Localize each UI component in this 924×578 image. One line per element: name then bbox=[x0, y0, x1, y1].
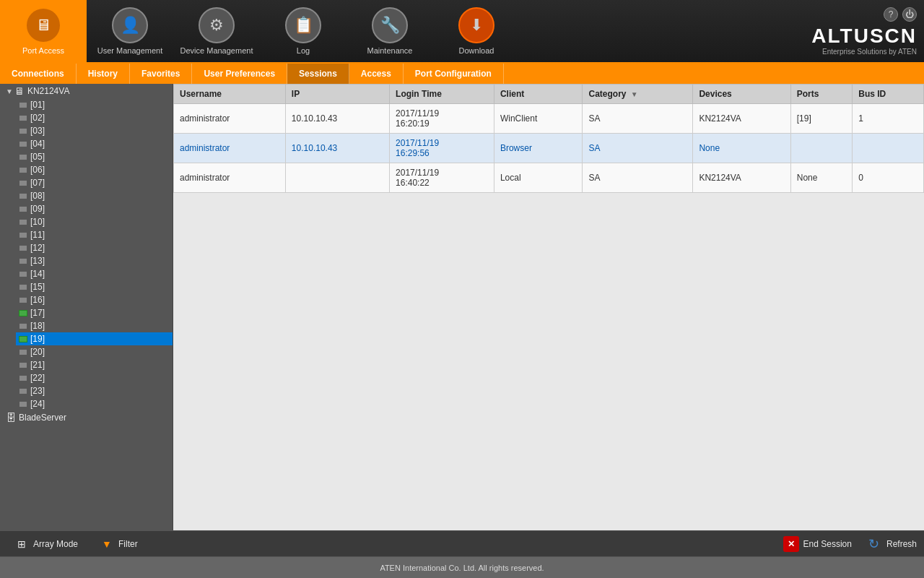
link-devices[interactable]: None bbox=[699, 143, 720, 153]
filter-label: Filter bbox=[118, 539, 138, 549]
sidebar-port-02[interactable]: [02] bbox=[16, 111, 173, 124]
cell-ip[interactable]: 10.10.10.43 bbox=[285, 134, 389, 163]
table-row[interactable]: administrator2017/11/19 16:40:22LocalSAK… bbox=[174, 163, 924, 193]
sidebar-port-20[interactable]: [20] bbox=[16, 345, 173, 358]
tab-sessions[interactable]: Sessions bbox=[287, 64, 349, 84]
sidebar-port-14[interactable]: [14] bbox=[16, 267, 173, 280]
logo-icon-buttons: ? ⏻ bbox=[884, 7, 917, 22]
port-icon-22 bbox=[19, 375, 27, 381]
sidebar-port-15[interactable]: [15] bbox=[16, 280, 173, 293]
cell-category[interactable]: SA bbox=[583, 134, 693, 163]
link-category[interactable]: SA bbox=[588, 143, 600, 153]
toolbar-device-management[interactable]: ⚙ Device Management bbox=[173, 0, 260, 63]
sidebar-port-22[interactable]: [22] bbox=[16, 371, 173, 384]
port-icon-10 bbox=[19, 219, 27, 225]
link-username[interactable]: administrator bbox=[180, 143, 230, 153]
table-row[interactable]: administrator10.10.10.432017/11/19 16:20… bbox=[174, 104, 924, 134]
sidebar-port-17[interactable]: [17] bbox=[16, 306, 173, 319]
cell-username: administrator bbox=[174, 104, 286, 134]
tab-connections[interactable]: Connections bbox=[0, 64, 77, 84]
link-client[interactable]: Browser bbox=[500, 143, 532, 153]
sidebar-port-03[interactable]: [03] bbox=[16, 124, 173, 137]
sidebar-port-23[interactable]: [23] bbox=[16, 384, 173, 397]
content-area: Username IP Login Time Client Category ▼ bbox=[173, 84, 924, 530]
sidebar-port-04[interactable]: [04] bbox=[16, 137, 173, 150]
table-row[interactable]: administrator10.10.10.432017/11/19 16:29… bbox=[174, 134, 924, 163]
sidebar-port-12[interactable]: [12] bbox=[16, 241, 173, 254]
tab-port-configuration[interactable]: Port Configuration bbox=[404, 64, 504, 84]
col-username[interactable]: Username bbox=[174, 85, 286, 104]
port-label-08: [08] bbox=[30, 191, 45, 201]
port-icon-21 bbox=[19, 362, 27, 368]
cell-client[interactable]: Browser bbox=[494, 134, 583, 163]
sidebar-port-08[interactable]: [08] bbox=[16, 189, 173, 202]
sidebar-root-node[interactable]: ▼ 🖥 KN2124VA bbox=[3, 84, 173, 98]
refresh-button[interactable]: ↻ Refresh bbox=[866, 536, 917, 552]
log-icon: 📋 bbox=[285, 7, 321, 43]
end-session-button[interactable]: ✕ End Session bbox=[783, 536, 852, 552]
col-devices[interactable]: Devices bbox=[693, 85, 790, 104]
sidebar-port-13[interactable]: [13] bbox=[16, 254, 173, 267]
col-ip[interactable]: IP bbox=[285, 85, 389, 104]
logo-area: ? ⏻ ALTUSCN Enterprise Solutions by ATEN bbox=[811, 7, 917, 56]
sidebar-port-01[interactable]: [01] bbox=[16, 98, 173, 111]
sidebar-port-10[interactable]: [10] bbox=[16, 215, 173, 228]
cell-ports bbox=[790, 134, 853, 163]
toolbar-download-label: Download bbox=[459, 46, 494, 55]
port-label-09: [09] bbox=[30, 204, 45, 214]
toolbar-download[interactable]: ⬇ Download bbox=[433, 0, 520, 63]
toolbar-user-management[interactable]: 👤 User Management bbox=[87, 0, 173, 63]
sidebar-port-05[interactable]: [05] bbox=[16, 150, 173, 163]
port-label-11: [11] bbox=[30, 230, 45, 240]
col-ports[interactable]: Ports bbox=[790, 85, 853, 104]
cell-username: administrator bbox=[174, 163, 286, 193]
cell-devices: KN2124VA bbox=[693, 104, 790, 134]
right-actions: ✕ End Session ↻ Refresh bbox=[783, 536, 917, 552]
sessions-table: Username IP Login Time Client Category ▼ bbox=[173, 84, 924, 193]
port-label-12: [12] bbox=[30, 243, 45, 253]
toolbar-maintenance[interactable]: 🔧 Maintenance bbox=[346, 0, 433, 63]
port-label-13: [13] bbox=[30, 256, 45, 266]
help-icon[interactable]: ? bbox=[884, 7, 898, 22]
link-ip[interactable]: 10.10.10.43 bbox=[292, 143, 337, 153]
col-client[interactable]: Client bbox=[494, 85, 583, 104]
toolbar-log[interactable]: 📋 Log bbox=[260, 0, 346, 63]
cell-devices[interactable]: None bbox=[693, 134, 790, 163]
tab-favorites[interactable]: Favorites bbox=[130, 64, 192, 84]
end-session-label: End Session bbox=[803, 539, 852, 549]
tab-history[interactable]: History bbox=[77, 64, 130, 84]
sidebar-port-18[interactable]: [18] bbox=[16, 319, 173, 332]
sidebar-port-09[interactable]: [09] bbox=[16, 202, 173, 215]
col-login-time[interactable]: Login Time bbox=[390, 85, 494, 104]
sidebar: ▼ 🖥 KN2124VA [01][02][03][04][05][06][07… bbox=[0, 84, 173, 530]
power-icon[interactable]: ⏻ bbox=[902, 7, 917, 22]
sidebar-port-07[interactable]: [07] bbox=[16, 176, 173, 189]
toolbar-port-access[interactable]: 🖥 Port Access bbox=[0, 0, 87, 63]
filter-button[interactable]: ▼ Filter bbox=[92, 534, 145, 554]
sidebar-port-24[interactable]: [24] bbox=[16, 397, 173, 410]
sessions-tbody: administrator10.10.10.432017/11/19 16:20… bbox=[174, 104, 924, 193]
port-label-01: [01] bbox=[30, 100, 45, 110]
array-mode-button[interactable]: ⊞ Array Mode bbox=[7, 534, 85, 554]
sidebar-port-16[interactable]: [16] bbox=[16, 293, 173, 306]
collapse-icon[interactable]: ▼ bbox=[6, 87, 13, 95]
port-icon-23 bbox=[19, 388, 27, 394]
port-label-24: [24] bbox=[30, 399, 45, 409]
col-category[interactable]: Category ▼ bbox=[583, 85, 693, 104]
col-bus-id[interactable]: Bus ID bbox=[853, 85, 924, 104]
tab-access[interactable]: Access bbox=[349, 64, 404, 84]
refresh-icon: ↻ bbox=[866, 536, 882, 552]
sidebar-port-06[interactable]: [06] bbox=[16, 163, 173, 176]
cell-username[interactable]: administrator bbox=[174, 134, 286, 163]
port-icon-17 bbox=[19, 310, 27, 316]
sidebar-port-21[interactable]: [21] bbox=[16, 358, 173, 371]
sidebar-blade-server[interactable]: 🗄 BladeServer bbox=[3, 410, 173, 425]
sidebar-port-11[interactable]: [11] bbox=[16, 228, 173, 241]
cell-client: Local bbox=[494, 163, 583, 193]
tab-user-preferences[interactable]: User Preferences bbox=[192, 64, 287, 84]
port-icon-12 bbox=[19, 245, 27, 251]
sidebar-port-19[interactable]: [19] bbox=[16, 332, 173, 345]
footer-text: ATEN International Co. Ltd. All rights r… bbox=[380, 564, 544, 572]
cell-ports: [19] bbox=[790, 104, 853, 134]
cell-bus-id bbox=[853, 134, 924, 163]
